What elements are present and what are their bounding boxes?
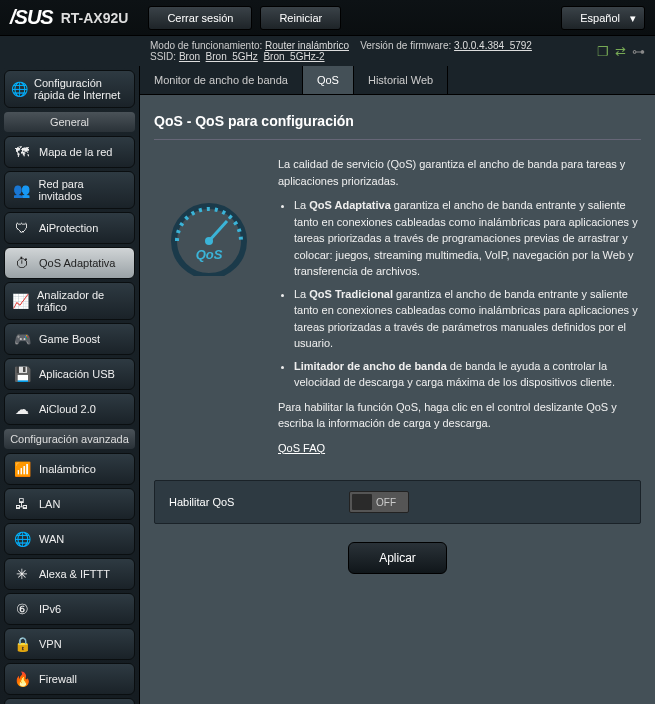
model-name: RT-AX92U (61, 10, 129, 26)
sidebar-item-wan[interactable]: 🌐WAN (4, 523, 135, 555)
guest-icon: 👥 (11, 181, 32, 199)
cloud-icon: ☁ (11, 400, 33, 418)
sidebar-item-guest-network[interactable]: 👥Red para invitados (4, 171, 135, 209)
svg-point-1 (205, 237, 213, 245)
shield-icon: 🛡 (11, 219, 33, 237)
fw-label: Versión de firmware: (360, 40, 451, 51)
lan-icon: 🖧 (11, 495, 33, 513)
enable-qos-label: Habilitar QoS (169, 496, 349, 508)
sidebar-item-usb[interactable]: 💾Aplicación USB (4, 358, 135, 390)
ipv6-icon: ⑥ (11, 600, 33, 618)
sidebar-item-label: AiProtection (39, 222, 98, 234)
sidebar-item-ipv6[interactable]: ⑥IPv6 (4, 593, 135, 625)
mode-label: Modo de funcionamiento: (150, 40, 262, 51)
gamepad-icon: 🎮 (11, 330, 33, 348)
sidebar-item-label: QoS Adaptativa (39, 257, 115, 269)
infobar: Modo de funcionamiento: Router inalámbri… (0, 36, 655, 66)
sidebar-item-label: Red para invitados (38, 178, 128, 202)
enable-hint: Para habilitar la función QoS, haga clic… (278, 399, 641, 432)
ssid-label: SSID: (150, 51, 176, 62)
qos-description: La calidad de servicio (QoS) garantiza e… (278, 156, 641, 464)
sidebar-item-label: LAN (39, 498, 60, 510)
wifi-icon: 📶 (11, 460, 33, 478)
sidebar-item-label: WAN (39, 533, 64, 545)
feature-adaptive: La QoS Adaptativa garantiza el ancho de … (294, 197, 641, 280)
sidebar-item-label: AiCloud 2.0 (39, 403, 96, 415)
logout-button[interactable]: Cerrar sesión (148, 6, 252, 30)
status-cube-icon[interactable]: ❐ (597, 44, 609, 59)
sidebar-item-aicloud[interactable]: ☁AiCloud 2.0 (4, 393, 135, 425)
vpn-icon: 🔒 (11, 635, 33, 653)
firewall-icon: 🔥 (11, 670, 33, 688)
sidebar-item-network-map[interactable]: 🗺Mapa de la red (4, 136, 135, 168)
sidebar-item-traffic[interactable]: 📈Analizador de tráfico (4, 282, 135, 320)
tab-web-history[interactable]: Historial Web (354, 66, 448, 94)
feature-limiter: Limitador de ancho de banda de banda le … (294, 358, 641, 391)
ssid-1: Bron (179, 51, 200, 62)
status-usb-icon[interactable]: ⊶ (632, 44, 645, 59)
sidebar-item-label: Aplicación USB (39, 368, 115, 380)
alexa-icon: ✳ (11, 565, 33, 583)
gauge-icon: ⏱ (11, 254, 33, 272)
feature-traditional: La QoS Tradicional garantiza el ancho de… (294, 286, 641, 352)
brand-logo: /SUS (10, 6, 53, 29)
sidebar-item-wireless[interactable]: 📶Inalámbrico (4, 453, 135, 485)
svg-text:QoS: QoS (196, 247, 223, 262)
ssid-2: Bron_5GHz (206, 51, 258, 62)
reboot-button[interactable]: Reiniciar (260, 6, 341, 30)
sidebar-item-admin[interactable]: ⚙Administración (4, 698, 135, 704)
sidebar-item-firewall[interactable]: 🔥Firewall (4, 663, 135, 695)
sidebar-item-label: VPN (39, 638, 62, 650)
sidebar-item-label: Configuración rápida de Internet (34, 77, 128, 101)
sidebar-item-label: Analizador de tráfico (37, 289, 128, 313)
tab-qos[interactable]: QoS (303, 66, 354, 94)
sidebar-item-label: Game Boost (39, 333, 100, 345)
chart-icon: 📈 (11, 292, 31, 310)
mode-value[interactable]: Router inalámbrico (265, 40, 349, 51)
sidebar-item-label: IPv6 (39, 603, 61, 615)
general-header: General (4, 112, 135, 132)
page-title: QoS - QoS para configuración (154, 107, 641, 140)
apply-button[interactable]: Aplicar (348, 542, 447, 574)
sidebar: 🌐 Configuración rápida de Internet Gener… (0, 66, 140, 704)
sidebar-quick-setup[interactable]: 🌐 Configuración rápida de Internet (4, 70, 135, 108)
sidebar-item-lan[interactable]: 🖧LAN (4, 488, 135, 520)
sidebar-item-alexa[interactable]: ✳Alexa & IFTTT (4, 558, 135, 590)
sidebar-item-aiprotection[interactable]: 🛡AiProtection (4, 212, 135, 244)
tabs: Monitor de ancho de banda QoS Historial … (140, 66, 655, 95)
qos-gauge-icon: QoS (154, 156, 264, 464)
advanced-header: Configuración avanzada (4, 429, 135, 449)
wan-icon: 🌐 (11, 530, 33, 548)
sidebar-item-label: Mapa de la red (39, 146, 112, 158)
enable-qos-row: Habilitar QoS OFF (154, 480, 641, 524)
main-panel: Monitor de ancho de banda QoS Historial … (140, 66, 655, 704)
sidebar-item-qos[interactable]: ⏱QoS Adaptativa (4, 247, 135, 279)
status-link-icon[interactable]: ⇄ (615, 44, 626, 59)
sidebar-item-gameboost[interactable]: 🎮Game Boost (4, 323, 135, 355)
enable-qos-toggle[interactable]: OFF (349, 491, 409, 513)
map-icon: 🗺 (11, 143, 33, 161)
tab-bandwidth-monitor[interactable]: Monitor de ancho de banda (140, 66, 303, 94)
language-select[interactable]: Español (561, 6, 645, 30)
topbar: /SUS RT-AX92U Cerrar sesión Reiniciar Es… (0, 0, 655, 36)
globe-gear-icon: 🌐 (11, 80, 28, 98)
sidebar-item-label: Alexa & IFTTT (39, 568, 110, 580)
sidebar-item-label: Firewall (39, 673, 77, 685)
intro-text: La calidad de servicio (QoS) garantiza e… (278, 156, 641, 189)
qos-faq-link[interactable]: QoS FAQ (278, 442, 325, 454)
usb-icon: 💾 (11, 365, 33, 383)
sidebar-item-vpn[interactable]: 🔒VPN (4, 628, 135, 660)
sidebar-item-label: Inalámbrico (39, 463, 96, 475)
fw-value[interactable]: 3.0.0.4.384_5792 (454, 40, 532, 51)
ssid-3: Bron_5GHz-2 (263, 51, 324, 62)
